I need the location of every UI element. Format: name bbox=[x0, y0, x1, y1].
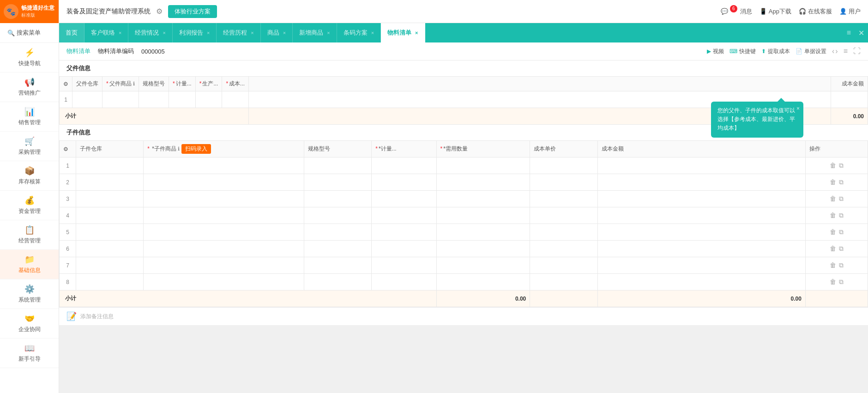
delete-icon-4[interactable]: 🗑 bbox=[830, 212, 836, 219]
sidebar-item-purchase[interactable]: 🛒 采购管理 bbox=[0, 132, 59, 161]
menu-icon[interactable]: ≡ bbox=[844, 47, 848, 55]
child-cell-warehouse-2[interactable] bbox=[76, 174, 144, 191]
delete-icon-3[interactable]: 🗑 bbox=[830, 195, 836, 203]
sidebar-item-mgmt[interactable]: 📋 经营管理 bbox=[0, 220, 59, 250]
tab-barcode[interactable]: 条码方案 × bbox=[337, 23, 381, 42]
child-cell-unit-price-8[interactable] bbox=[530, 274, 597, 290]
child-cell-qty-5[interactable] bbox=[436, 224, 530, 241]
copy-icon-1[interactable]: ⧉ bbox=[839, 162, 844, 169]
tab-customer-close[interactable]: × bbox=[119, 30, 121, 36]
prev-icon[interactable]: ‹ bbox=[832, 47, 834, 55]
tab-overflow[interactable]: ≡ bbox=[843, 29, 855, 37]
child-cell-qty-8[interactable] bbox=[436, 274, 530, 290]
child-cell-goods-3[interactable] bbox=[144, 191, 304, 207]
child-cell-warehouse-5[interactable] bbox=[76, 224, 144, 241]
sidebar-item-finance[interactable]: 💰 资金管理 bbox=[0, 191, 59, 220]
copy-icon-4[interactable]: ⧉ bbox=[839, 212, 844, 219]
delete-icon-5[interactable]: 🗑 bbox=[830, 228, 836, 236]
copy-icon-8[interactable]: ⧉ bbox=[839, 278, 844, 286]
parent-cell-cost[interactable] bbox=[222, 91, 249, 108]
expand-icon[interactable]: ⛶ bbox=[853, 47, 861, 55]
child-cell-goods-7[interactable] bbox=[144, 257, 304, 274]
child-cell-spec-3[interactable] bbox=[304, 191, 371, 207]
child-cell-unit-8[interactable] bbox=[372, 274, 436, 290]
tab-new-goods-close[interactable]: × bbox=[327, 30, 330, 36]
copy-icon-3[interactable]: ⧉ bbox=[839, 195, 844, 203]
tab-operation[interactable]: 经营情况 × bbox=[128, 23, 172, 42]
tooltip-close-button[interactable]: × bbox=[796, 104, 800, 113]
child-cell-qty-7[interactable] bbox=[436, 257, 530, 274]
child-cell-unit-4[interactable] bbox=[372, 207, 436, 224]
child-cell-warehouse-4[interactable] bbox=[76, 207, 144, 224]
child-cell-qty-6[interactable] bbox=[436, 241, 530, 257]
sidebar-item-system[interactable]: ⚙️ 系统管理 bbox=[0, 279, 59, 309]
app-download-action[interactable]: 📱 App下载 bbox=[760, 7, 791, 16]
single-setting-action[interactable]: 📄 单据设置 bbox=[796, 48, 826, 55]
next-icon[interactable]: › bbox=[835, 47, 838, 55]
child-cell-unit-2[interactable] bbox=[372, 174, 436, 191]
tab-profit[interactable]: 利润报告 × bbox=[173, 23, 217, 42]
sidebar-item-collab[interactable]: 🤝 企业协同 bbox=[0, 309, 59, 339]
child-cell-qty-3[interactable] bbox=[436, 191, 530, 207]
child-cell-unit-price-1[interactable] bbox=[530, 157, 597, 174]
child-cell-unit-6[interactable] bbox=[372, 241, 436, 257]
child-cell-qty-4[interactable] bbox=[436, 207, 530, 224]
child-cell-spec-1[interactable] bbox=[304, 157, 371, 174]
child-cell-qty-2[interactable] bbox=[436, 174, 530, 191]
tab-goods-close[interactable]: × bbox=[283, 30, 286, 36]
tab-bom-close[interactable]: × bbox=[415, 30, 418, 36]
child-cell-goods-6[interactable] bbox=[144, 241, 304, 257]
sidebar-item-inventory[interactable]: 📦 库存核算 bbox=[0, 161, 59, 191]
sidebar-item-marketing[interactable]: 📢 营销推广 bbox=[0, 73, 59, 102]
child-cell-unit-price-2[interactable] bbox=[530, 174, 597, 191]
delete-icon-2[interactable]: 🗑 bbox=[830, 178, 836, 186]
tab-goods[interactable]: 商品 × bbox=[261, 23, 293, 42]
tab-close-all[interactable]: ✕ bbox=[855, 29, 868, 37]
tab-profit-close[interactable]: × bbox=[207, 30, 210, 36]
tab-history-close[interactable]: × bbox=[251, 30, 253, 36]
child-cell-spec-2[interactable] bbox=[304, 174, 371, 191]
child-cell-spec-5[interactable] bbox=[304, 224, 371, 241]
extract-cost-action[interactable]: ⬆ 提取成本 bbox=[761, 48, 790, 55]
tab-customer[interactable]: 客户联络 × bbox=[84, 23, 128, 42]
sidebar-item-quick[interactable]: ⚡ 快捷导航 bbox=[0, 43, 59, 73]
child-cell-warehouse-7[interactable] bbox=[76, 257, 144, 274]
child-cell-unit-7[interactable] bbox=[372, 257, 436, 274]
child-cell-spec-6[interactable] bbox=[304, 241, 371, 257]
tab-home[interactable]: 首页 bbox=[59, 23, 84, 42]
child-cell-unit-price-5[interactable] bbox=[530, 224, 597, 241]
parent-cell-warehouse[interactable] bbox=[72, 91, 102, 108]
parent-cell-unit[interactable] bbox=[169, 91, 196, 108]
sidebar-item-sales[interactable]: 📊 销售管理 bbox=[0, 102, 59, 132]
child-cell-goods-8[interactable] bbox=[144, 274, 304, 290]
child-cell-warehouse-1[interactable] bbox=[76, 157, 144, 174]
view-action[interactable]: ▶ 视频 bbox=[707, 48, 724, 55]
child-cell-unit-price-7[interactable] bbox=[530, 257, 597, 274]
message-action[interactable]: 💬 6 消息 bbox=[721, 7, 752, 16]
child-cell-warehouse-3[interactable] bbox=[76, 191, 144, 207]
scan-button[interactable]: 扫码录入 bbox=[181, 144, 211, 154]
parent-cell-goods[interactable] bbox=[102, 91, 139, 108]
child-cell-spec-4[interactable] bbox=[304, 207, 371, 224]
breadcrumb[interactable]: 物料清单 bbox=[66, 47, 90, 55]
tab-bom[interactable]: 物料清单 × bbox=[381, 23, 425, 42]
child-cell-qty-1[interactable] bbox=[436, 157, 530, 174]
delete-icon-8[interactable]: 🗑 bbox=[830, 278, 836, 286]
child-cell-unit-3[interactable] bbox=[372, 191, 436, 207]
child-cell-goods-2[interactable] bbox=[144, 174, 304, 191]
delete-icon-1[interactable]: 🗑 bbox=[830, 162, 836, 169]
sidebar-item-basic[interactable]: 📁 基础信息 bbox=[0, 250, 59, 279]
delete-icon-6[interactable]: 🗑 bbox=[830, 245, 836, 253]
child-cell-unit-1[interactable] bbox=[372, 157, 436, 174]
settings-icon[interactable]: ⚙ bbox=[156, 7, 163, 16]
copy-icon-2[interactable]: ⧉ bbox=[839, 178, 844, 186]
search-menu-button[interactable]: 🔍 搜索菜单 bbox=[4, 27, 55, 39]
child-cell-unit-price-4[interactable] bbox=[530, 207, 597, 224]
child-cell-unit-5[interactable] bbox=[372, 224, 436, 241]
online-support-action[interactable]: 🎧 在线客服 bbox=[799, 7, 832, 16]
child-cell-unit-price-6[interactable] bbox=[530, 241, 597, 257]
copy-icon-5[interactable]: ⧉ bbox=[839, 228, 844, 236]
sidebar-item-guide[interactable]: 📖 新手引导 bbox=[0, 339, 59, 368]
parent-cell-production[interactable] bbox=[195, 91, 222, 108]
child-cell-goods-5[interactable] bbox=[144, 224, 304, 241]
